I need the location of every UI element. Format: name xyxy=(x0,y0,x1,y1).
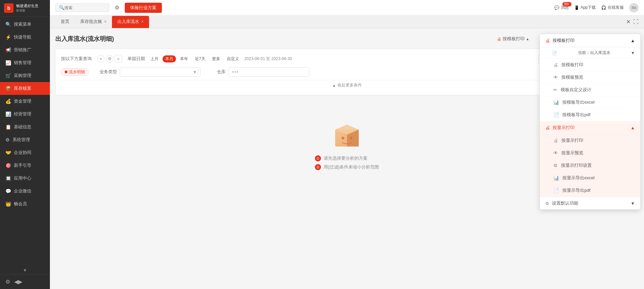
sidebar-item-label: 快捷导航 xyxy=(14,34,31,40)
display-print-settings-item[interactable]: ⚙ 按显示打印设置 xyxy=(540,159,640,172)
basic-icon: 📋 xyxy=(5,124,11,130)
filter-collapse-btn[interactable]: « xyxy=(115,55,122,62)
tabs-close-btn[interactable]: ✕ xyxy=(626,19,631,25)
display-print-section-icon: 🖨 xyxy=(545,125,550,130)
template-print-label: 按模板打印 xyxy=(503,36,525,42)
warehouse-label: 仓库 xyxy=(217,69,226,75)
template-custom-label: 模板自定义设计 xyxy=(561,87,591,93)
biz-type-arrow-icon: ▼ xyxy=(193,70,197,75)
topbar-gear-icon[interactable]: ⚙ xyxy=(112,4,122,11)
preview-icon: 👁 xyxy=(553,75,558,80)
tab-flow[interactable]: 出入库流水 × xyxy=(112,16,149,28)
sales-icon: 📈 xyxy=(5,60,11,65)
display-preview-icon: 👁 xyxy=(553,150,558,156)
app-download-btn[interactable]: 📱 App下载 xyxy=(574,5,596,10)
printer-icon: 🖨 xyxy=(497,36,501,42)
template-print-btn[interactable]: 🖨 按模板打印 ▲ xyxy=(494,34,532,43)
tab-flow-label: 出入库流水 xyxy=(117,19,139,25)
settings-icon[interactable]: ⚙ xyxy=(5,279,10,285)
display-print-section-header[interactable]: 🖨 按显示打印 ▲ xyxy=(540,121,640,134)
template-export-excel-item[interactable]: 📊 按模板导出excel xyxy=(540,96,640,109)
filter-setting-btn[interactable]: ⚙ xyxy=(106,55,113,62)
sidebar: b 畅捷通好生意 标准版 🔍搜索菜单⚡快捷导航📢营销推广📈销售管理🛒采购管理📦库… xyxy=(0,0,50,289)
topbar-search-box[interactable]: 🔍 xyxy=(55,3,109,12)
display-print-item[interactable]: 🖨 按显示打印 xyxy=(540,134,640,147)
current-template-label: 当前：出入库流水 xyxy=(578,50,610,56)
topbar-left: 🔍 ⚙ 体验行业方案 xyxy=(55,3,554,13)
template-print-section-header[interactable]: 🖨 按模板打印 ▲ xyxy=(540,34,640,47)
date-tab-custom[interactable]: 自定义 xyxy=(224,55,242,62)
sidebar-item-label: 采购管理 xyxy=(14,73,31,79)
search-input[interactable] xyxy=(64,5,105,10)
date-tab-this-month[interactable]: 本月 xyxy=(163,55,176,62)
dropdown-footer[interactable]: ⚙ 设置默认功能 ▼ xyxy=(540,197,640,209)
template-custom-item[interactable]: ✏ 模板自定义设计 xyxy=(540,84,640,96)
step-2-num: ② xyxy=(315,164,321,170)
user-avatar-btn[interactable]: Rit xyxy=(629,3,639,12)
sidebar-item-purchase[interactable]: 🛒采购管理 xyxy=(0,69,50,82)
empty-step-2: ② 用[过滤]条件来缩小分析范围 xyxy=(315,163,379,172)
sidebar-item-basic[interactable]: 📋基础信息 xyxy=(0,121,50,133)
template-export-pdf-item[interactable]: 📄 按模板导出pdf xyxy=(540,109,640,121)
finance-icon: 💰 xyxy=(5,99,11,104)
svg-point-4 xyxy=(350,137,352,139)
sidebar-item-label: 资金管理 xyxy=(14,98,31,104)
industry-btn[interactable]: 体验行业方案 xyxy=(125,3,162,13)
collapse-more-label: 收起更多条件 xyxy=(338,82,362,88)
sidebar-scroll-down[interactable]: ▼ xyxy=(0,266,50,274)
sidebar-item-operation[interactable]: 📊经营管理 xyxy=(0,108,50,121)
tabs-expand-btn[interactable]: ⛶ xyxy=(633,19,639,25)
date-tab-last-month[interactable]: 上月 xyxy=(148,55,161,62)
user-name: Rit xyxy=(632,6,636,10)
date-tab-more[interactable]: 更多 xyxy=(209,55,223,62)
sidebar-item-shortcut[interactable]: ⚡快捷导航 xyxy=(0,31,50,44)
online-service-btn[interactable]: 🎧 在线客服 xyxy=(601,5,624,10)
display-export-pdf-item[interactable]: 📄 按显示导出pdf xyxy=(540,184,640,197)
tab-home[interactable]: 首页 xyxy=(55,16,75,28)
sidebar-item-system[interactable]: ⚙系统管理 xyxy=(0,133,50,146)
date-filter: 单据日期 上月 本月 本年 近7天 更多 自定义 2023-06-01 至 20… xyxy=(127,55,292,62)
sidebar-item-label: 库存核算 xyxy=(14,85,31,91)
pdf-icon: 📄 xyxy=(553,112,559,117)
display-preview-item[interactable]: 👁 按显示预览 xyxy=(540,147,640,159)
current-template-arrow: ▼ xyxy=(631,51,635,55)
sidebar-item-inventory[interactable]: 📦库存核算 xyxy=(0,82,50,95)
tab-batch[interactable]: 库存批次账 × xyxy=(75,16,112,28)
sidebar-item-sales[interactable]: 📈销售管理 xyxy=(0,56,50,69)
template-print-section-label: 按模板打印 xyxy=(553,37,575,44)
warehouse-select[interactable]: ••• xyxy=(228,67,309,77)
active-filter-tag[interactable]: 流水明细 xyxy=(61,68,89,76)
current-template-item[interactable]: 📄 当前：出入库流水 ▼ xyxy=(540,47,640,59)
collab-icon: 🤝 xyxy=(5,150,11,155)
display-settings-icon: ⚙ xyxy=(553,163,558,168)
biz-type-select[interactable]: ▼ xyxy=(120,68,201,77)
sidebar-item-finance[interactable]: 💰资金管理 xyxy=(0,95,50,108)
date-tab-7days[interactable]: 近7天 xyxy=(192,55,208,62)
template-icon: 📄 xyxy=(552,51,557,55)
collapse-sidebar-icon[interactable]: ◀▶ xyxy=(14,279,22,285)
wechat-icon: 💬 xyxy=(5,188,11,194)
template-preview-item[interactable]: 👁 按模板预览 xyxy=(540,71,640,84)
filter-add-btn[interactable]: + xyxy=(97,55,105,62)
tab-flow-close[interactable]: × xyxy=(141,19,144,24)
display-export-excel-item[interactable]: 📊 按显示导出excel xyxy=(540,172,640,184)
sidebar-item-appstore[interactable]: 🔲应用中心 xyxy=(0,172,50,185)
date-tab-this-year[interactable]: 本年 xyxy=(177,55,191,62)
sidebar-item-marketing[interactable]: 📢营销推广 xyxy=(0,44,50,56)
user-avatar: Rit xyxy=(629,3,639,12)
message-btn[interactable]: 💬 消息 99+ xyxy=(554,5,569,10)
template-print-item[interactable]: 🖨 按模板打印 xyxy=(540,59,640,71)
app-download-icon: 📱 xyxy=(574,5,579,10)
tabs-right-controls: ✕ ⛶ xyxy=(626,19,639,25)
sidebar-item-collab[interactable]: 🤝企业协同 xyxy=(0,146,50,159)
sidebar-item-guide[interactable]: 🎯新手引导 xyxy=(0,159,50,172)
tab-batch-close[interactable]: × xyxy=(104,19,107,24)
sidebar-item-member[interactable]: 👑畅会员 xyxy=(0,198,50,210)
svg-point-3 xyxy=(342,137,344,139)
sidebar-item-wechat[interactable]: 💬企业微信 xyxy=(0,185,50,198)
display-print-section-label: 按显示打印 xyxy=(553,125,575,131)
sidebar-item-search[interactable]: 🔍搜索菜单 xyxy=(0,18,50,31)
sidebar-item-label: 新手引导 xyxy=(14,162,31,168)
template-print-item-label: 按模板打印 xyxy=(561,62,583,68)
message-badge: 99+ xyxy=(562,2,572,6)
